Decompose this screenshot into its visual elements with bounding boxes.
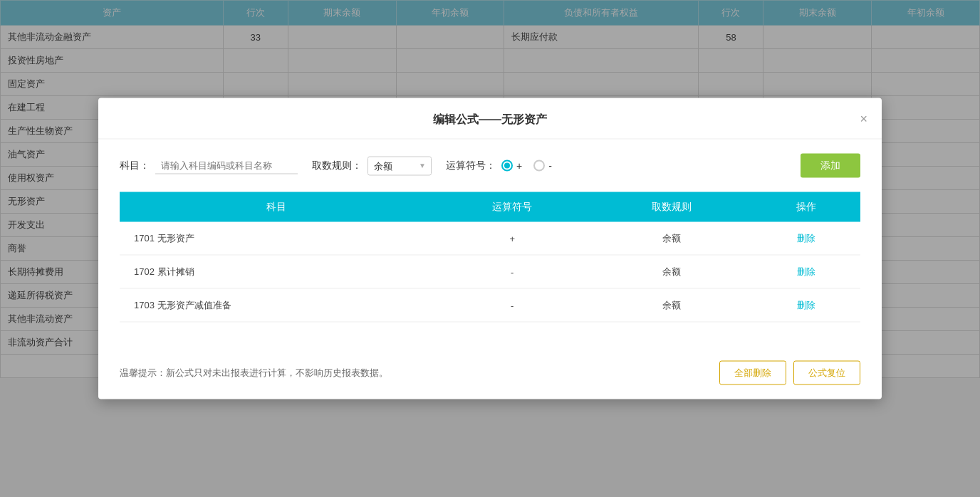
add-button[interactable]: 添加 [801, 154, 860, 178]
operator-plus-radio[interactable]: + [501, 160, 522, 172]
formula-subject: 1703 无形资产减值准备 [120, 288, 432, 322]
subject-input[interactable] [155, 157, 298, 174]
footer-tip: 温馨提示：新公式只对未出报表进行计算，不影响历史报表数据。 [120, 367, 388, 380]
operator-radio-group: + - [501, 160, 552, 172]
formula-rule: 余额 [592, 255, 751, 288]
operator-plus-label: + [516, 160, 522, 172]
table-header-subject: 科目 [120, 192, 432, 222]
modal-header: 编辑公式——无形资产 × [98, 98, 882, 140]
rule-select-wrap: 余额 借方 贷方 ▼ [368, 156, 432, 175]
formula-row: 1701 无形资产 + 余额 删除 [120, 222, 860, 256]
modal-body: 科目： 取数规则： 余额 借方 贷方 ▼ 运算符号： [98, 140, 882, 351]
formula-action: 删除 [751, 255, 860, 288]
operator-minus-radio[interactable]: - [533, 160, 552, 172]
rule-select[interactable]: 余额 借方 贷方 [368, 156, 432, 175]
delete-row-button[interactable]: 删除 [797, 266, 815, 278]
modal-footer: 温馨提示：新公式只对未出报表进行计算，不影响历史报表数据。 全部删除 公式复位 [98, 351, 882, 399]
formula-subject: 1701 无形资产 [120, 222, 432, 256]
table-header-action: 操作 [751, 192, 860, 222]
edit-formula-modal: 编辑公式——无形资产 × 科目： 取数规则： 余额 借方 贷方 ▼ [98, 98, 882, 399]
formula-action: 删除 [751, 288, 860, 322]
delete-row-button[interactable]: 删除 [797, 299, 815, 312]
rule-label: 取数规则： [312, 159, 362, 172]
modal-title: 编辑公式——无形资产 [433, 113, 547, 125]
delete-all-button[interactable]: 全部删除 [719, 361, 786, 385]
formula-operator: + [432, 222, 592, 256]
operator-minus-label: - [548, 160, 552, 172]
formula-operator: - [432, 255, 592, 288]
formula-action: 删除 [751, 222, 860, 256]
footer-actions: 全部删除 公式复位 [719, 361, 860, 385]
formula-row: 1702 累计摊销 - 余额 删除 [120, 255, 860, 288]
modal-close-button[interactable]: × [860, 112, 867, 125]
formula-rule: 余额 [592, 288, 751, 322]
formula-rule: 余额 [592, 222, 751, 256]
formula-row: 1703 无形资产减值准备 - 余额 删除 [120, 288, 860, 322]
radio-minus-circle [533, 160, 545, 172]
formula-subject: 1702 累计摊销 [120, 255, 432, 288]
formula-operator: - [432, 288, 592, 322]
subject-label: 科目： [120, 159, 150, 172]
reset-formula-button[interactable]: 公式复位 [793, 361, 860, 385]
operator-field: 运算符号： + - [446, 159, 552, 172]
operator-label: 运算符号： [446, 159, 496, 172]
subject-field: 科目： [120, 157, 298, 174]
delete-row-button[interactable]: 删除 [797, 232, 815, 245]
radio-plus-circle [501, 160, 513, 172]
formula-table: 科目 运算符号 取数规则 操作 1701 无形资产 + 余额 删除 1702 累… [120, 192, 860, 323]
table-header-operator: 运算符号 [432, 192, 592, 222]
table-header-rule: 取数规则 [592, 192, 751, 222]
form-row: 科目： 取数规则： 余额 借方 贷方 ▼ 运算符号： [120, 154, 860, 178]
rule-field: 取数规则： 余额 借方 贷方 ▼ [312, 156, 432, 175]
